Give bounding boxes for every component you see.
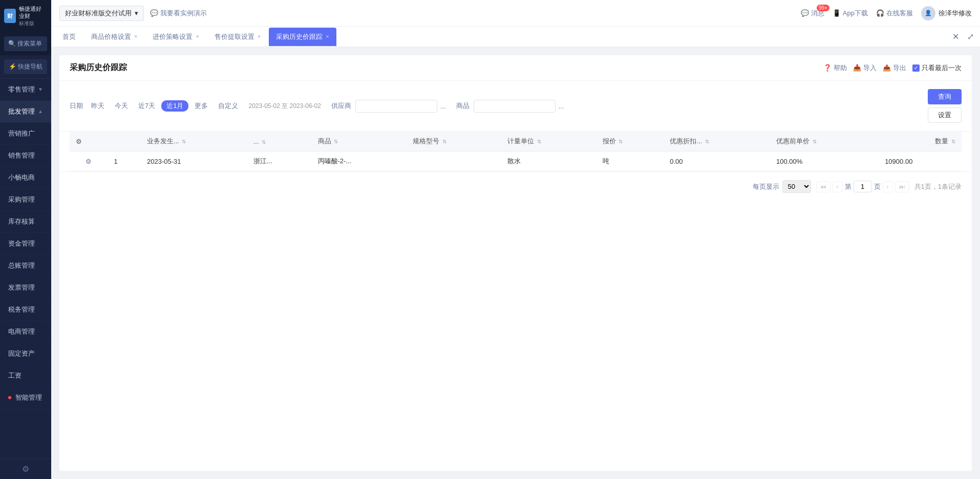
content-area: 采购历史价跟踪 ❓ 帮助 📥 导入 📤 导出 ✓ — [51, 47, 980, 479]
version-label: 好业财标准版交付试用 — [65, 9, 132, 18]
date-options: 昨天 今天 近7天 近1月 更多 自定义 — [87, 100, 242, 112]
import-button[interactable]: 📥 导入 — [853, 63, 877, 73]
sidebar-item-salary[interactable]: 工资 — [0, 365, 51, 387]
col-discount[interactable]: 优惠折扣... ⇅ — [664, 132, 770, 151]
col-gear[interactable]: ⚙ — [70, 132, 108, 151]
sort-icon: ⇅ — [813, 139, 817, 144]
sort-icon: ⇅ — [442, 139, 446, 144]
sidebar-item-invoice[interactable]: 发票管理 — [0, 277, 51, 299]
minimize-tab-button[interactable]: ✕ — [950, 30, 961, 43]
supplier-more-button[interactable]: ... — [440, 102, 446, 110]
tab-price[interactable]: 商品价格设置 × — [84, 28, 144, 46]
supplier-input[interactable] — [355, 100, 437, 113]
query-button[interactable]: 查询 — [928, 89, 962, 104]
message-icon: 💬 — [801, 9, 809, 17]
tab-purchase-history[interactable]: 采购历史价跟踪 × — [269, 28, 336, 46]
product-label: 商品 — [456, 101, 470, 111]
next-page-button[interactable]: › — [883, 181, 893, 192]
close-icon[interactable]: × — [326, 34, 329, 39]
sidebar-item-retail[interactable]: 零售管理 ▼ — [0, 79, 51, 101]
first-page-button[interactable]: ⏮ — [816, 181, 830, 192]
col-quantity[interactable]: 数量 ⇅ — [879, 132, 962, 151]
per-page-select[interactable]: 10 20 50 100 — [782, 180, 811, 193]
sidebar-item-assets[interactable]: 固定资产 — [0, 343, 51, 365]
tab-sale-price[interactable]: 售价提取设置 × — [207, 28, 268, 46]
sort-icon: ⇅ — [951, 139, 955, 144]
demo-link[interactable]: 💬 我要看实例演示 — [150, 9, 207, 18]
per-page-label: 每页显示 — [753, 182, 779, 191]
quick-nav-button[interactable]: ⚡ 快捷导航 — [4, 59, 47, 74]
date-option-today[interactable]: 今天 — [111, 100, 132, 112]
tabs-bar: 首页 商品价格设置 × 进价策略设置 × 售价提取设置 × 采购历史价跟踪 × … — [51, 27, 980, 47]
close-icon[interactable]: × — [134, 34, 137, 39]
sidebar: 财 畅捷通好业财 标准版 🔍 搜索菜单 ⚡ 快捷导航 零售管理 ▼ 批发管理 ▲… — [0, 0, 51, 479]
col-price[interactable]: 报价 ⇅ — [596, 132, 664, 151]
close-icon[interactable]: × — [196, 34, 199, 39]
sidebar-item-ledger[interactable]: 总账管理 — [0, 255, 51, 277]
sidebar-item-purchase[interactable]: 采购管理 — [0, 189, 51, 211]
question-icon: ❓ — [823, 64, 832, 72]
date-option-yesterday[interactable]: 昨天 — [87, 100, 109, 112]
prev-page-button[interactable]: ‹ — [833, 181, 843, 192]
sidebar-item-finance[interactable]: 资金管理 — [0, 233, 51, 255]
main-area: 好业财标准版交付试用 ▾ 💬 我要看实例演示 💬 消息 99+ 📱 App下载 … — [51, 0, 980, 479]
supplier-input-group: ... — [355, 100, 446, 113]
sidebar-item-marketing[interactable]: 营销推广 — [0, 123, 51, 145]
col-more[interactable]: ... ⇅ — [247, 132, 312, 151]
filter-buttons: 查询 设置 — [928, 89, 962, 123]
close-icon[interactable]: × — [258, 34, 261, 39]
message-badge: 99+ — [817, 5, 829, 11]
app-download-button[interactable]: 📱 App下载 — [833, 9, 868, 18]
date-range-display: 2023-05-02 至 2023-06-02 — [248, 102, 321, 111]
date-option-last1m[interactable]: 近1月 — [161, 100, 188, 112]
col-date[interactable]: 业务发生... ⇅ — [141, 132, 247, 151]
col-unit[interactable]: 计量单位 ⇅ — [501, 132, 596, 151]
message-button[interactable]: 💬 消息 99+ — [801, 9, 824, 18]
date-option-last7[interactable]: 近7天 — [134, 100, 159, 112]
online-service-button[interactable]: 🎧 在线客服 — [876, 9, 913, 18]
page-suffix: 页 — [874, 182, 881, 191]
tab-home[interactable]: 首页 — [55, 28, 83, 46]
row-gear[interactable]: ⚙ — [70, 151, 108, 171]
only-last-checkbox[interactable]: ✓ 只看最后一次 — [912, 63, 962, 73]
supplier-label: 供应商 — [331, 101, 351, 111]
page-input[interactable] — [854, 181, 872, 192]
sidebar-item-ecommerce[interactable]: 电商管理 — [0, 321, 51, 343]
col-pre-discount-price[interactable]: 优惠前单价 ⇅ — [770, 132, 879, 151]
sidebar-item-stock[interactable]: 库存核算 — [0, 211, 51, 233]
sidebar-item-tax[interactable]: 税务管理 — [0, 299, 51, 321]
page-label: 第 — [845, 182, 851, 191]
col-spec[interactable]: 规格型号 ⇅ — [407, 132, 501, 151]
col-product[interactable]: 商品 ⇅ — [312, 132, 407, 151]
sidebar-bottom: ⚙ — [0, 459, 51, 479]
sidebar-item-wholesale[interactable]: 批发管理 ▲ — [0, 101, 51, 123]
download-icon: 📱 — [833, 9, 841, 17]
logo-icon: 财 — [4, 9, 16, 23]
export-icon: 📤 — [883, 64, 891, 72]
help-link[interactable]: ❓ 帮助 — [823, 63, 847, 73]
last-page-button[interactable]: ⏭ — [895, 181, 909, 192]
product-more-button[interactable]: ... — [559, 102, 564, 110]
chevron-up-icon: ▲ — [38, 108, 43, 114]
row-quoted-price: 0.00 — [664, 151, 770, 171]
sidebar-item-sales[interactable]: 销售管理 — [0, 145, 51, 167]
tab-strategy[interactable]: 进价策略设置 × — [145, 28, 206, 46]
maximize-tab-button[interactable]: ⤢ — [965, 30, 976, 43]
user-info[interactable]: 👤 徐泽华修改 — [921, 6, 972, 20]
settings-gear-button[interactable]: ⚙ — [22, 464, 29, 474]
product-input[interactable] — [474, 100, 556, 113]
search-menu-button[interactable]: 🔍 搜索菜单 — [4, 36, 47, 51]
sidebar-item-smart[interactable]: 智能管理 — [0, 387, 51, 409]
date-option-more[interactable]: 更多 — [190, 100, 212, 112]
date-option-custom[interactable]: 自定义 — [214, 100, 242, 112]
row-product: 丙嗪酸-2-... — [312, 151, 407, 171]
filter-area: 日期 昨天 今天 近7天 近1月 更多 自定义 2023-05-02 至 202… — [59, 81, 972, 132]
version-select[interactable]: 好业财标准版交付试用 ▾ — [59, 6, 144, 21]
row-price-unit: 吨 — [596, 151, 664, 171]
settings-button[interactable]: 设置 — [928, 107, 962, 123]
sidebar-item-ecommerce-small[interactable]: 小畅电商 — [0, 167, 51, 189]
row-unit: 散水 — [501, 151, 596, 171]
pagination: 每页显示 10 20 50 100 ⏮ ‹ 第 页 › ⏭ — [59, 171, 972, 201]
avatar: 👤 — [921, 6, 935, 20]
export-button[interactable]: 📤 导出 — [883, 63, 906, 73]
